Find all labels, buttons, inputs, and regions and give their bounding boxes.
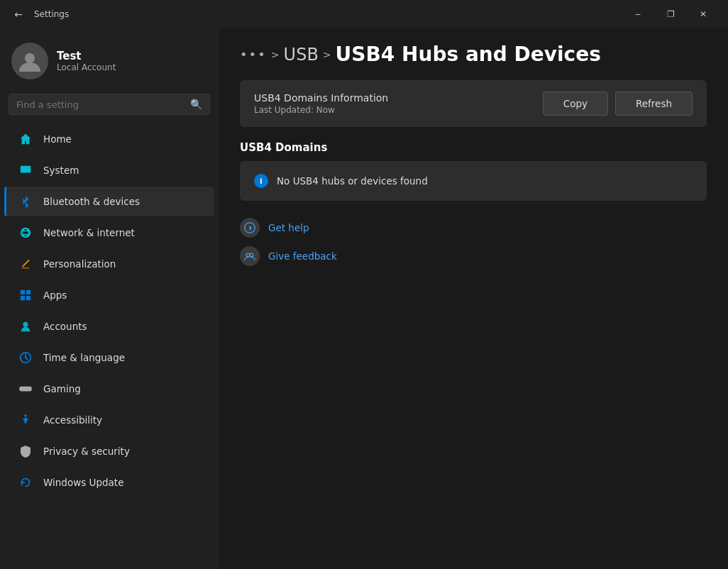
svg-point-6 <box>23 322 28 327</box>
profile-info: Test Local Account <box>57 50 116 72</box>
sidebar-item-label-apps: Apps <box>43 289 67 301</box>
breadcrumb-separator-1: > <box>271 49 280 60</box>
sidebar-item-apps[interactable]: Apps <box>4 280 214 310</box>
help-links: Get help Give feedback <box>240 218 707 266</box>
sidebar: Test Local Account 🔍 Home System <box>0 28 219 569</box>
sidebar-item-label-gaming: Gaming <box>43 383 81 394</box>
info-icon: i <box>254 174 268 188</box>
accessibility-icon <box>18 412 33 428</box>
sidebar-item-bluetooth[interactable]: Bluetooth & devices <box>4 187 214 216</box>
svg-rect-4 <box>21 296 25 300</box>
sidebar-item-label-system: System <box>43 165 79 176</box>
sidebar-item-label-accounts: Accounts <box>43 321 87 332</box>
titlebar-title: Settings <box>34 9 69 19</box>
info-card-subtitle-label: Last Updated: <box>254 105 314 115</box>
accounts-icon <box>18 319 33 334</box>
privacy-icon <box>18 443 33 459</box>
personalization-icon <box>18 256 33 272</box>
get-help-icon <box>240 218 260 238</box>
breadcrumb-usb-link[interactable]: USB <box>284 45 319 65</box>
bluetooth-icon <box>18 194 33 209</box>
give-feedback-label: Give feedback <box>268 250 337 262</box>
minimize-button[interactable]: – <box>622 0 654 28</box>
svg-rect-3 <box>26 290 31 294</box>
home-icon <box>18 131 33 147</box>
sidebar-item-label-bluetooth: Bluetooth & devices <box>43 196 140 207</box>
give-feedback-link[interactable]: Give feedback <box>240 246 707 266</box>
sidebar-item-label-update: Windows Update <box>43 477 123 488</box>
main-content: ••• > USB > USB4 Hubs and Devices USB4 D… <box>219 28 728 569</box>
sidebar-item-label-accessibility: Accessibility <box>43 414 102 426</box>
titlebar: ← Settings – ❐ ✕ <box>0 0 728 28</box>
info-card-subtitle-value: Now <box>316 105 335 115</box>
time-icon <box>18 350 33 365</box>
window-controls: – ❐ ✕ <box>622 0 719 28</box>
sidebar-item-accessibility[interactable]: Accessibility <box>4 405 214 435</box>
apps-icon <box>18 287 33 303</box>
sidebar-item-time[interactable]: Time & language <box>4 343 214 372</box>
info-card-text: USB4 Domains Information Last Updated: N… <box>254 92 388 115</box>
info-card-subtitle: Last Updated: Now <box>254 105 388 115</box>
search-box[interactable]: 🔍 <box>9 94 210 115</box>
svg-rect-1 <box>21 166 31 173</box>
svg-point-8 <box>24 414 27 417</box>
maximize-button[interactable]: ❐ <box>654 0 687 28</box>
network-icon <box>18 225 33 241</box>
sidebar-item-label-network: Network & internet <box>43 227 135 238</box>
refresh-button[interactable]: Refresh <box>615 92 693 116</box>
breadcrumb-separator-2: > <box>323 49 331 60</box>
section-title: USB4 Domains <box>240 141 707 154</box>
domains-empty-message: No USB4 hubs or devices found <box>277 175 428 187</box>
info-card: USB4 Domains Information Last Updated: N… <box>240 80 707 127</box>
svg-point-0 <box>25 53 35 63</box>
info-card-title: USB4 Domains Information <box>254 92 388 104</box>
svg-rect-2 <box>21 290 25 294</box>
breadcrumb-current-page: USB4 Hubs and Devices <box>336 43 601 66</box>
gaming-icon <box>18 381 33 397</box>
copy-button[interactable]: Copy <box>543 92 608 116</box>
breadcrumb: ••• > USB > USB4 Hubs and Devices <box>240 43 707 66</box>
give-feedback-icon <box>240 246 260 266</box>
sidebar-item-label-home: Home <box>43 133 72 145</box>
sidebar-item-label-time: Time & language <box>43 352 125 363</box>
breadcrumb-dots[interactable]: ••• <box>240 47 267 62</box>
sidebar-item-system[interactable]: System <box>4 155 214 185</box>
sidebar-item-gaming[interactable]: Gaming <box>4 374 214 404</box>
close-button[interactable]: ✕ <box>687 0 719 28</box>
sidebar-item-label-personalization: Personalization <box>43 258 116 270</box>
domains-box: i No USB4 hubs or devices found <box>240 161 707 201</box>
back-button[interactable]: ← <box>9 4 28 24</box>
sidebar-item-personalization[interactable]: Personalization <box>4 249 214 279</box>
sidebar-item-home[interactable]: Home <box>4 124 214 154</box>
svg-point-10 <box>246 253 250 257</box>
sidebar-item-label-privacy: Privacy & security <box>43 446 130 457</box>
sidebar-item-privacy[interactable]: Privacy & security <box>4 436 214 466</box>
profile-section: Test Local Account <box>0 28 219 91</box>
app-body: Test Local Account 🔍 Home System <box>0 28 728 569</box>
svg-rect-5 <box>26 296 31 300</box>
profile-name: Test <box>57 50 116 62</box>
svg-point-11 <box>250 253 253 257</box>
profile-account-type: Local Account <box>57 62 116 72</box>
get-help-link[interactable]: Get help <box>240 218 707 238</box>
sidebar-item-network[interactable]: Network & internet <box>4 218 214 248</box>
sidebar-item-update[interactable]: Windows Update <box>4 468 214 497</box>
search-input[interactable] <box>16 99 184 110</box>
sidebar-item-accounts[interactable]: Accounts <box>4 311 214 341</box>
search-icon: 🔍 <box>190 99 202 110</box>
get-help-label: Get help <box>268 222 309 233</box>
info-card-buttons: Copy Refresh <box>543 92 693 116</box>
update-icon <box>18 475 33 490</box>
system-icon <box>18 162 33 178</box>
avatar <box>11 43 48 79</box>
